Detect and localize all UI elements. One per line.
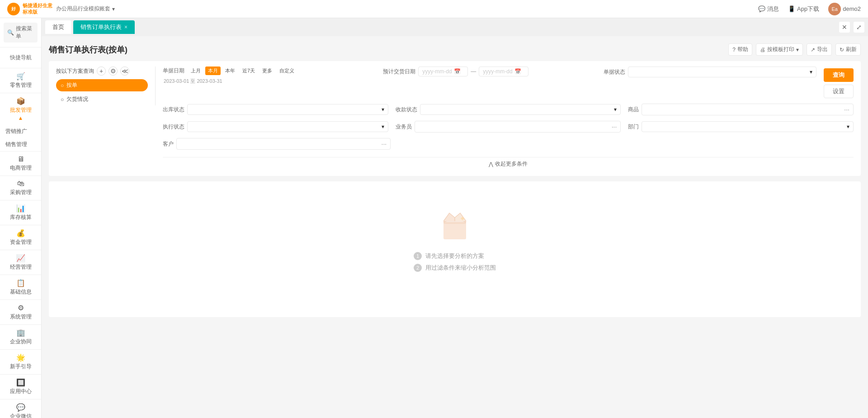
salesperson-select[interactable]: ··· (415, 121, 621, 133)
breadcrumb-dropdown[interactable]: ▾ (112, 6, 115, 12)
sidebar-item-purchase[interactable]: 🛍 采购管理 (0, 176, 41, 200)
sidebar-item-inventory-label: 库存核算 (10, 214, 32, 221)
tip-text-2: 用过滤条件来缩小分析范围 (425, 264, 496, 272)
sidebar-section-appcenter: 🔲 应用中心 (0, 375, 41, 399)
export-button[interactable]: ↗ 导出 (807, 43, 832, 56)
sidebar-item-wechat[interactable]: 💬 企业微信 (0, 399, 41, 418)
sidebar-search-area: 🔍 搜索菜单 (0, 18, 41, 48)
message-icon: 💬 (758, 5, 765, 12)
quick-nav-area: 快捷导航 (0, 48, 41, 68)
logo-text: 畅捷通好生意 标准版 (23, 3, 52, 14)
message-action[interactable]: 💬 消息 (758, 5, 779, 13)
sidebar: 🔍 搜索菜单 快捷导航 🛒 零售管理 📦 批发管理 ▲ 营销推广 销售管理 (0, 18, 42, 418)
custom-button[interactable]: 自定义 (277, 66, 297, 75)
print-icon: 🖨 (760, 47, 765, 53)
out-status-label: 出库状态 (163, 106, 184, 114)
quick-nav-button[interactable]: 快捷导航 (4, 51, 38, 64)
sidebar-item-newbie[interactable]: 🌟 新手引导 (0, 350, 41, 374)
empty-tips: 1 请先选择要分析的方案 2 用过滤条件来缩小分析范围 (414, 252, 496, 272)
tab-close-icon[interactable]: × (124, 24, 127, 30)
calendar2-icon: 📅 (514, 68, 521, 75)
payment-status-select[interactable]: ▾ (420, 104, 621, 115)
sidebar-item-wholesale[interactable]: 📦 批发管理 ▲ (0, 93, 41, 125)
scheme-debt-icon: ○ (61, 96, 64, 103)
this-month-button[interactable]: 本月 (205, 66, 221, 75)
sidebar-item-newbie-label: 新手引导 (10, 363, 32, 370)
goods-label: 商品 (628, 106, 639, 114)
out-status-select[interactable]: ▾ (187, 104, 388, 115)
sidebar-item-appcenter[interactable]: 🔲 应用中心 (0, 375, 41, 399)
scheme-item-debt[interactable]: ○ 欠货情况 (56, 93, 148, 105)
scheme-add-button[interactable]: + (97, 66, 106, 76)
sidebar-item-operations[interactable]: 📈 经营管理 (0, 250, 41, 275)
sidebar-item-purchase-label: 采购管理 (10, 189, 32, 196)
basic-icon: 📋 (16, 279, 25, 287)
sidebar-item-finance[interactable]: 💰 资金管理 (0, 225, 41, 250)
expected-delivery-to-input[interactable]: yyyy-mm-dd 📅 (479, 66, 528, 76)
page-actions: ? 帮助 🖨 按模板打印 ▾ ↗ 导出 ↻ 刷新 (728, 43, 861, 56)
tab-home[interactable]: 首页 (45, 20, 71, 34)
doc-status-arrow-icon: ▾ (810, 69, 812, 75)
header-right: 💬 消息 📱 App下载 Ea demo2 (758, 3, 861, 15)
breadcrumb-text: 办公用品行业模拟账套 (56, 5, 110, 13)
newbie-icon: 🌟 (16, 353, 25, 362)
tab-sales-exec[interactable]: 销售订单执行表 × (73, 20, 135, 34)
sidebar-item-retail[interactable]: 🛒 零售管理 (0, 68, 41, 93)
department-select[interactable]: ▾ (642, 121, 854, 132)
empty-tip-1: 1 请先选择要分析的方案 (414, 252, 496, 260)
customer-dots-icon[interactable]: ··· (382, 140, 387, 147)
ecommerce-icon: 🖥 (17, 155, 24, 163)
appcenter-icon: 🔲 (16, 378, 25, 387)
tip-num-2: 2 (414, 264, 422, 272)
sidebar-item-inventory[interactable]: 📊 库存核算 (0, 200, 41, 225)
scheme-item-order[interactable]: ○ 按单 (56, 79, 148, 91)
sidebar-section-basic: 📋 基础信息 (0, 275, 41, 300)
tip-text-1: 请先选择要分析的方案 (425, 252, 484, 260)
settings-button[interactable]: 设置 (824, 85, 854, 98)
search-menu-button[interactable]: 🔍 搜索菜单 (4, 23, 38, 43)
goods-dots-icon[interactable]: ··· (844, 106, 849, 113)
expected-delivery-from-input[interactable]: yyyy-mm-dd 📅 (418, 66, 468, 76)
last7-button[interactable]: 近7天 (240, 66, 258, 75)
refresh-button[interactable]: ↻ 刷新 (835, 43, 861, 56)
scheme-collapse-button[interactable]: ≪ (120, 66, 129, 76)
breadcrumb: 办公用品行业模拟账套 ▾ (56, 5, 115, 13)
tab-close-window-button[interactable]: ✕ (839, 22, 850, 33)
collapse-more-button[interactable]: ⋀ 收起更多条件 (163, 157, 854, 171)
help-icon: ? (732, 47, 736, 53)
sidebar-item-ecommerce[interactable]: 🖥 电商管理 (0, 152, 41, 176)
help-label: 帮助 (737, 46, 748, 53)
last-month-button[interactable]: 上月 (188, 66, 203, 75)
app-download-action[interactable]: 📱 App下载 (788, 5, 819, 13)
doc-status-select[interactable]: ▾ (628, 66, 816, 77)
template-print-button[interactable]: 🖨 按模板打印 ▾ (756, 43, 803, 56)
tab-sales-exec-label: 销售订单执行表 (80, 23, 122, 31)
this-year-button[interactable]: 本年 (222, 66, 238, 75)
scheme-section: 按以下方案查询 + ⚙ ≪ ○ 按单 ○ 欠货 (56, 66, 156, 105)
tab-maximize-button[interactable]: ⤢ (854, 22, 864, 33)
scheme-settings-button[interactable]: ⚙ (108, 66, 118, 76)
more-button[interactable]: 更多 (259, 66, 275, 75)
customer-select[interactable]: ··· (176, 138, 391, 150)
retail-icon: 🛒 (16, 72, 25, 81)
goods-select[interactable]: ··· (642, 104, 854, 115)
sidebar-item-sales[interactable]: 销售管理 (0, 138, 41, 151)
sidebar-section-retail: 🛒 零售管理 (0, 68, 41, 93)
salesperson-dots-icon[interactable]: ··· (612, 123, 617, 130)
user-name: demo2 (843, 5, 861, 12)
sidebar-item-system[interactable]: ⚙ 系统管理 (0, 300, 41, 324)
exec-status-arrow-icon: ▾ (382, 124, 384, 130)
svg-rect-0 (443, 222, 466, 239)
expected-from-placeholder: yyyy-mm-dd (422, 68, 452, 75)
sidebar-section-enterprise: 🏢 企业协同 (0, 325, 41, 350)
sidebar-item-enterprise[interactable]: 🏢 企业协同 (0, 325, 41, 349)
sidebar-item-marketing[interactable]: 营销推广 (0, 125, 41, 138)
logo-icon: 好 (7, 3, 20, 15)
customer-label: 客户 (163, 140, 174, 148)
help-button[interactable]: ? 帮助 (728, 43, 752, 56)
user-action[interactable]: Ea demo2 (828, 3, 861, 15)
exec-status-select[interactable]: ▾ (187, 121, 388, 132)
query-button[interactable]: 查询 (824, 68, 854, 82)
sidebar-item-basic[interactable]: 📋 基础信息 (0, 275, 41, 299)
sidebar-item-wholesale-label: 批发管理 (10, 106, 32, 114)
